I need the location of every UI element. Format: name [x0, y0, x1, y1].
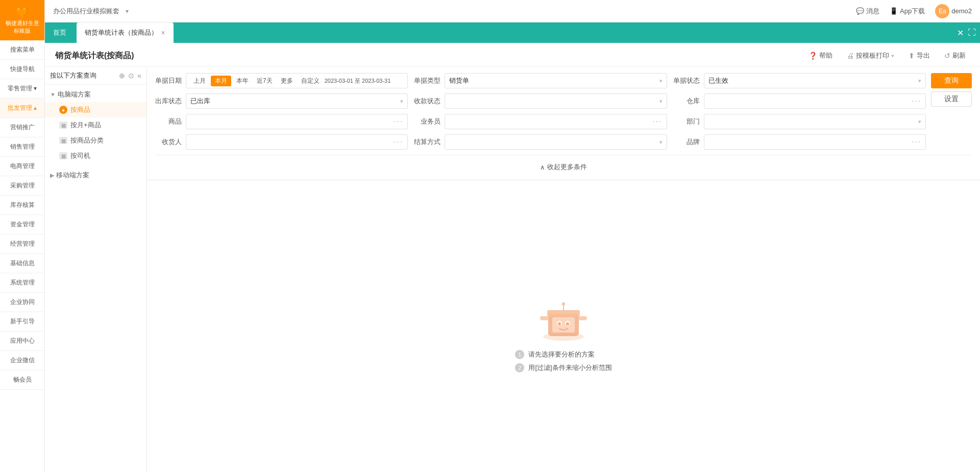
filter-fields: 单据日期 上月 本月 本年 近7天 更多 自定义 2023-03-01 至 20… [155, 73, 926, 150]
filter-with-btns: 单据日期 上月 本月 本年 近7天 更多 自定义 2023-03-01 至 20… [155, 73, 972, 150]
collapse-label: 收起更多条件 [547, 162, 587, 172]
goods-label: 商品 [155, 117, 186, 126]
app-download-btn[interactable]: 📱 App下载 [890, 7, 925, 16]
tab-home[interactable]: 首页 [45, 22, 75, 43]
sidebar-item-marketing[interactable]: 营销推广 [0, 118, 44, 137]
sidebar-item-member[interactable]: 畅会员 [0, 370, 44, 390]
filter-col-recv-status: 收款状态 ▾ [414, 93, 667, 109]
logo-text: 畅捷通好生意 [6, 20, 39, 26]
collapse-bar: ∧ 收起更多条件 [155, 155, 972, 174]
scheme-add-btn[interactable]: ⊕ [119, 72, 125, 80]
help-btn[interactable]: ❓ 帮助 [804, 49, 837, 62]
refresh-btn[interactable]: ↺ 刷新 [940, 49, 970, 62]
sidebar-item-appcenter[interactable]: 应用中心 [0, 332, 44, 351]
sidebar-item-operations[interactable]: 经营管理 [0, 234, 44, 254]
refresh-icon: ↺ [944, 52, 950, 60]
sidebar-item-stock[interactable]: 库存核算 [0, 196, 44, 215]
refresh-label: 刷新 [952, 51, 966, 60]
empty-state: 1 请先选择要分析的方案 2 用[过滤]条件来缩小分析范围 [147, 180, 980, 472]
settings-btn[interactable]: 设置 [931, 91, 972, 107]
salesperson-label: 业务员 [414, 117, 445, 126]
query-btn[interactable]: 查询 [931, 73, 972, 88]
scheme-item-category-label: 按商品分类 [70, 136, 104, 145]
user-btn[interactable]: Ea demo2 [935, 4, 972, 18]
sidebar-item-system[interactable]: 系统管理 [0, 273, 44, 293]
app-download-label: App下载 [900, 7, 925, 16]
app-logo[interactable]: 🧡 畅捷通好生意 标账版 [0, 0, 44, 40]
brand-input[interactable]: ··· [704, 134, 926, 150]
sidebar-item-sales[interactable]: 销售管理 [0, 137, 44, 157]
date-input[interactable]: 上月 本月 本年 近7天 更多 自定义 2023-03-01 至 2023-03… [186, 73, 408, 88]
tab-expand[interactable]: ⛶ [968, 28, 976, 37]
scheme-item-by-category[interactable]: ▦ 按商品分类 [45, 133, 146, 148]
filter-row-1: 单据日期 上月 本月 本年 近7天 更多 自定义 2023-03-01 至 20… [155, 73, 926, 88]
scheme-item-by-goods[interactable]: ● 按商品 [45, 102, 146, 117]
sidebar-item-newbie[interactable]: 新手引导 [0, 312, 44, 332]
sidebar-item-finance[interactable]: 资金管理 [0, 215, 44, 234]
filter-row-4: 收货人 ··· 结算方式 [155, 134, 926, 150]
tab-close-all[interactable]: ✕ [957, 28, 964, 38]
dept-input[interactable]: ▾ [704, 114, 926, 129]
sidebar-item-enterprise[interactable]: 企业协同 [0, 293, 44, 312]
scheme-collapse-btn[interactable]: « [137, 72, 141, 80]
export-btn[interactable]: ⬆ 导出 [904, 49, 934, 62]
sidebar-item-retail[interactable]: 零售管理 ▾ [0, 79, 44, 99]
print-btn[interactable]: 🖨 按模板打印 ▾ [843, 49, 898, 62]
goods-input[interactable]: ··· [186, 114, 408, 129]
empty-tip-2: 2 用[过滤]条件来缩小分析范围 [515, 363, 611, 372]
sidebar-item-quicknav[interactable]: 快捷导航 [0, 60, 44, 79]
payment-arrow: ▾ [659, 139, 663, 146]
date-label: 单据日期 [155, 76, 186, 85]
dept-label: 部门 [673, 117, 704, 126]
date-range-value: 2023-03-01 至 2023-03-31 [325, 77, 391, 85]
svg-rect-2 [547, 310, 580, 316]
salesperson-input[interactable]: ··· [445, 114, 667, 129]
sidebar-item-basic[interactable]: 基础信息 [0, 254, 44, 273]
receiver-input[interactable]: ··· [186, 134, 408, 150]
app-dropdown[interactable]: ▾ [126, 8, 129, 15]
filter-col-doc-status: 单据状态 已生效 ▾ [673, 73, 926, 88]
doc-status-input[interactable]: 已生效 ▾ [704, 73, 926, 88]
sidebar-item-search[interactable]: 搜索菜单 [0, 40, 44, 60]
print-label: 按模板打印 [856, 51, 889, 60]
download-icon: 📱 [890, 7, 898, 15]
warehouse-label: 仓库 [673, 97, 704, 106]
scheme-group-pc-header[interactable]: ▼ 电脑端方案 [45, 87, 146, 102]
collapse-btn[interactable]: ∧ 收起更多条件 [534, 160, 593, 174]
scheme-group-mobile-arrow: ▶ [50, 172, 54, 179]
scheme-settings-btn[interactable]: ⊙ [128, 72, 134, 80]
doc-type-input[interactable]: 销货单 ▾ [445, 73, 667, 88]
help-icon: ❓ [808, 52, 817, 60]
date-opt-this-month[interactable]: 本月 [211, 76, 231, 86]
date-opt-prev-month[interactable]: 上月 [190, 76, 209, 86]
scheme-item-by-month-goods[interactable]: ▦ 按月+商品 [45, 117, 146, 133]
tab-report[interactable]: 销货单统计表（按商品） ✕ [77, 22, 174, 43]
scheme-item-month-label: 按月+商品 [70, 121, 101, 130]
avatar: Ea [935, 4, 949, 18]
sidebar-item-purchase[interactable]: 采购管理 [0, 176, 44, 196]
svg-point-7 [566, 322, 569, 325]
date-opt-custom[interactable]: 自定义 [298, 76, 323, 86]
body-layout: 按以下方案查询 ⊕ ⊙ « ▼ 电脑端方案 ● 按商品 [45, 67, 980, 472]
warehouse-input[interactable]: ··· [704, 93, 926, 109]
out-status-input[interactable]: 已出库 ▾ [186, 93, 408, 109]
date-opt-this-year[interactable]: 本年 [233, 76, 252, 86]
scheme-icon-category: ▦ [59, 137, 67, 144]
scheme-group-mobile-header[interactable]: ▶ 移动端方案 [45, 168, 146, 183]
payment-input[interactable]: ▾ [445, 134, 667, 150]
date-opt-more[interactable]: 更多 [278, 76, 296, 86]
filter-col-date: 单据日期 上月 本月 本年 近7天 更多 自定义 2023-03-01 至 20… [155, 73, 408, 88]
scheme-item-by-tax[interactable]: ▦ 按司机 [45, 148, 146, 163]
recv-status-input[interactable]: ▾ [445, 93, 667, 109]
scheme-group-mobile: ▶ 移动端方案 [45, 166, 146, 185]
scheme-item-tax-label: 按司机 [70, 151, 90, 160]
app-name: 办公用品行业模拟账套 [53, 7, 119, 16]
scheme-sidebar: 按以下方案查询 ⊕ ⊙ « ▼ 电脑端方案 ● 按商品 [45, 67, 147, 472]
sidebar-item-ecom[interactable]: 电商管理 [0, 157, 44, 176]
sidebar-item-wechat[interactable]: 企业微信 [0, 351, 44, 370]
print-arrow: ▾ [891, 53, 894, 59]
message-btn[interactable]: 💬 消息 [856, 7, 879, 16]
date-opt-7days[interactable]: 近7天 [254, 76, 276, 86]
tab-report-close[interactable]: ✕ [161, 30, 165, 36]
sidebar-item-wholesale[interactable]: 批发管理 ▴ [0, 99, 44, 118]
